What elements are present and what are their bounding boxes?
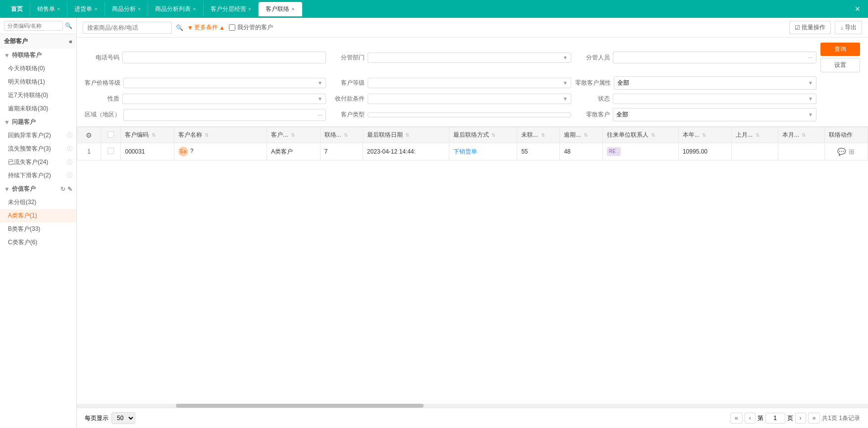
row-index: 1 — [77, 143, 101, 160]
first-page-button[interactable]: « — [730, 413, 743, 424]
area-select[interactable]: ··· — [123, 109, 326, 121]
customer-price-select[interactable]: ▼ — [123, 78, 326, 88]
payment-select[interactable]: ▼ — [368, 94, 571, 104]
data-table: ⚙ 客户编码 ⇅ 客户名称 ⇅ — [77, 127, 868, 160]
sort-last-month-icon[interactable]: ⇅ — [756, 132, 760, 138]
sidebar-search-icon[interactable]: 🔍 — [65, 22, 72, 29]
row-checkbox[interactable] — [108, 148, 114, 154]
sidebar-item-b-class[interactable]: B类客户(33) — [0, 222, 76, 236]
last-page-button[interactable]: » — [808, 413, 820, 424]
close-customer-contact-icon[interactable]: × — [291, 6, 294, 12]
sidebar-item-unclassified[interactable]: 未分组(32) — [0, 196, 76, 209]
qr-action-icon[interactable]: ⊞ — [849, 148, 855, 156]
close-product-list-icon[interactable]: × — [193, 6, 196, 12]
next-page-button[interactable]: › — [795, 413, 806, 424]
close-product-analysis-icon[interactable]: × — [138, 6, 141, 12]
info-icon-4: ⓘ — [67, 172, 72, 179]
row-action: 💬 ⊞ — [824, 143, 868, 160]
close-sales-icon[interactable]: × — [57, 6, 60, 12]
customer-level-select[interactable]: ▼ — [368, 78, 571, 88]
sort-contact-icon[interactable]: ⇅ — [344, 132, 348, 138]
nav-tab-sales[interactable]: 销售单 × — [30, 2, 67, 16]
collapse-icon[interactable]: « — [69, 38, 72, 45]
row-last-method[interactable]: 下销货单 — [449, 143, 517, 160]
sidebar-problem-customers-header[interactable]: ▼ 问题客户 — [0, 115, 76, 129]
sort-company-contact-icon[interactable]: ⇅ — [651, 132, 655, 138]
col-this-year-header: 本年... ⇅ — [678, 127, 731, 143]
sidebar-item-overdue[interactable]: 逾期未联络(30) — [0, 102, 76, 115]
nav-tab-home[interactable]: 首页 — [4, 2, 30, 16]
sort-overdue-icon[interactable]: ⇅ — [584, 132, 588, 138]
customer-price-arrow-icon: ▼ — [318, 80, 323, 86]
close-all-tabs-button[interactable]: × — [851, 4, 864, 14]
retail-customer-select[interactable]: 全部 ▼ — [613, 108, 816, 121]
sidebar-all-customers-header[interactable]: 全部客户 « — [0, 34, 76, 49]
nav-tab-product-list[interactable]: 商品分析列表 × — [148, 2, 203, 16]
page-label: 第 — [758, 414, 763, 423]
nav-tab-purchase[interactable]: 进货单 × — [67, 2, 105, 16]
chat-action-icon[interactable]: 💬 — [837, 148, 846, 156]
sidebar-item-7days[interactable]: 近7天待联络(0) — [0, 89, 76, 102]
filter-retail-attr: 零散客户属性 全部 ▼ — [575, 76, 816, 90]
sidebar-search-input[interactable] — [4, 21, 63, 31]
row-this-year: 10995.00 — [678, 143, 731, 160]
sidebar-item-repurchase-abnormal[interactable]: 回购异常客户(2) ⓘ — [0, 129, 76, 142]
sort-code-icon[interactable]: ⇅ — [152, 132, 156, 138]
horizontal-scroll-thumb[interactable] — [176, 404, 424, 408]
my-customer-checkbox[interactable] — [229, 24, 235, 31]
sidebar-item-churn-warning[interactable]: 流失预警客户(3) ⓘ — [0, 142, 76, 156]
retail-attr-select[interactable]: 全部 ▼ — [614, 76, 816, 90]
filter-icon: ▼ — [187, 24, 193, 31]
toolbar-search-icon[interactable]: 🔍 — [176, 24, 183, 31]
my-customer-filter[interactable]: 我分管的客户 — [229, 23, 273, 32]
sidebar-item-declining[interactable]: 持续下滑客户(2) ⓘ — [0, 169, 76, 182]
sort-last-method-icon[interactable]: ⇅ — [491, 132, 495, 138]
sort-this-month-icon[interactable]: ⇅ — [802, 132, 806, 138]
sort-name-icon[interactable]: ⇅ — [205, 132, 209, 138]
phone-label: 电话号码 — [85, 54, 119, 62]
col-check-header[interactable] — [101, 127, 121, 143]
status-select[interactable]: ▼ — [613, 94, 816, 104]
refresh-icon[interactable]: ↻ — [60, 186, 65, 193]
more-filter-button[interactable]: ▼ 更多条件 ▲ — [187, 23, 225, 32]
row-name[interactable]: Ea? — [174, 143, 267, 160]
edit-icon[interactable]: ✎ — [67, 186, 72, 193]
sort-not-contact-icon[interactable]: ⇅ — [541, 132, 545, 138]
setting-button[interactable]: 设置 — [820, 58, 860, 72]
last-method-link[interactable]: 下销货单 — [453, 148, 477, 155]
sidebar-item-tomorrow[interactable]: 明天待联络(1) — [0, 75, 76, 89]
horizontal-scrollbar[interactable] — [77, 404, 868, 408]
more-filter-arrow-icon: ▲ — [219, 24, 225, 31]
toolbar-search-input[interactable] — [83, 22, 172, 34]
batch-operation-button[interactable]: ☑ 批量操作 — [789, 21, 831, 34]
close-customer-layer-icon[interactable]: × — [248, 6, 251, 12]
sort-this-year-icon[interactable]: ⇅ — [702, 132, 706, 138]
tab-product-analysis-label: 商品分析 — [112, 5, 136, 13]
page-size-select[interactable]: 50 — [111, 412, 135, 424]
page-number-input[interactable] — [765, 413, 785, 424]
dept-select[interactable]: ▼ — [368, 53, 571, 63]
select-all-checkbox[interactable] — [108, 131, 114, 138]
close-purchase-icon[interactable]: × — [94, 6, 97, 12]
prev-page-button[interactable]: ‹ — [745, 413, 756, 424]
sidebar-item-churned[interactable]: 已流失客户(24) ⓘ — [0, 156, 76, 169]
row-checkbox-cell[interactable] — [101, 143, 121, 160]
customer-type-select[interactable] — [368, 112, 571, 117]
nav-tab-customer-layer[interactable]: 客户分层经营 × — [204, 2, 259, 16]
sort-type-icon[interactable]: ⇅ — [291, 132, 295, 138]
sidebar-pending-contact-header[interactable]: ▼ 待联络客户 — [0, 49, 76, 62]
sidebar-item-a-class[interactable]: A类客户(1) — [0, 209, 76, 222]
phone-input[interactable] — [122, 52, 326, 63]
sidebar-item-c-class[interactable]: C类客户(6) — [0, 236, 76, 249]
row-company-contact: RE . — [602, 143, 678, 160]
table-settings-icon[interactable]: ⚙ — [86, 131, 92, 139]
nature-select[interactable]: ▼ — [122, 94, 326, 104]
manager-select[interactable]: ··· — [613, 52, 816, 63]
sidebar-item-today[interactable]: 今天待联络(0) — [0, 62, 76, 75]
nav-tab-customer-contact[interactable]: 客户联络 × — [259, 2, 302, 16]
export-button[interactable]: ↓ 导出 — [835, 21, 862, 34]
query-button[interactable]: 查询 — [820, 43, 860, 56]
sort-last-date-icon[interactable]: ⇅ — [405, 132, 409, 138]
nav-tab-product-analysis[interactable]: 商品分析 × — [105, 2, 148, 16]
sidebar-value-customers-header[interactable]: ▼ 价值客户 ↻ ✎ — [0, 182, 76, 196]
